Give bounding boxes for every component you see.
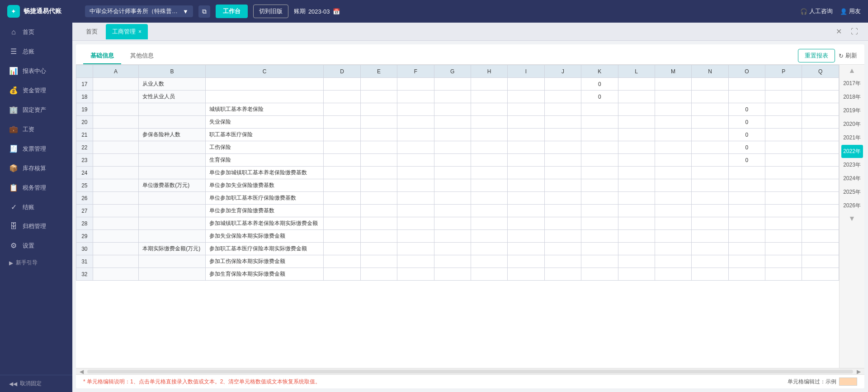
cell-d-31[interactable] (324, 255, 360, 268)
cell-f-28[interactable] (397, 217, 434, 230)
cell-d-20[interactable] (324, 116, 360, 129)
cell-a-32[interactable] (93, 268, 139, 281)
cell-p-23[interactable] (765, 154, 802, 167)
cell-q-29[interactable] (802, 230, 839, 243)
cell-l-26[interactable] (618, 192, 655, 205)
table-row[interactable]: 23生育保险0 (76, 154, 839, 167)
cell-e-18[interactable] (360, 91, 397, 103)
table-row[interactable]: 19城镇职工基本养老保险0 (76, 103, 839, 116)
cell-l-21[interactable] (618, 129, 655, 141)
cell-k-24[interactable] (581, 167, 618, 179)
cell-o-24[interactable] (728, 167, 765, 179)
cell-i-26[interactable] (508, 192, 544, 205)
cell-a-28[interactable] (93, 217, 139, 230)
cell-a-27[interactable] (93, 205, 139, 217)
cell-d-27[interactable] (324, 205, 360, 217)
cell-n-21[interactable] (692, 129, 728, 141)
year-scroll-down[interactable]: ▼ (840, 213, 864, 225)
scroll-left-arrow[interactable]: ◀ (78, 368, 85, 375)
cell-n-29[interactable] (692, 230, 728, 243)
cell-a-23[interactable] (93, 154, 139, 167)
cell-e-32[interactable] (360, 268, 397, 281)
cell-d-21[interactable] (324, 129, 360, 141)
cancel-pin-button[interactable]: ◀◀ 取消固定 (0, 375, 72, 392)
cell-d-29[interactable] (324, 230, 360, 243)
cell-e-30[interactable] (360, 243, 397, 255)
cell-p-21[interactable] (765, 129, 802, 141)
cell-q-25[interactable] (802, 179, 839, 192)
cell-l-30[interactable] (618, 243, 655, 255)
tab-business-management[interactable]: 工商管理 × (106, 24, 148, 39)
cell-p-31[interactable] (765, 255, 802, 268)
cell-c-24[interactable]: 单位参加城镇职工基本养老保险缴费基数 (205, 167, 323, 179)
cell-e-19[interactable] (360, 103, 397, 116)
cell-o-30[interactable] (728, 243, 765, 255)
cell-g-18[interactable] (434, 91, 471, 103)
cell-f-24[interactable] (397, 167, 434, 179)
cell-l-24[interactable] (618, 167, 655, 179)
cell-k-17[interactable]: 0 (581, 78, 618, 91)
cell-n-30[interactable] (692, 243, 728, 255)
cell-i-21[interactable] (508, 129, 544, 141)
cell-e-23[interactable] (360, 154, 397, 167)
cell-a-21[interactable] (93, 129, 139, 141)
scroll-right-arrow[interactable]: ▶ (855, 368, 863, 375)
cell-b-30[interactable]: 本期实际缴费金额(万元) (139, 243, 206, 255)
cell-i-31[interactable] (508, 255, 544, 268)
cell-e-27[interactable] (360, 205, 397, 217)
cell-n-26[interactable] (692, 192, 728, 205)
cell-b-17[interactable]: 从业人数 (139, 78, 206, 91)
cell-a-24[interactable] (93, 167, 139, 179)
cell-j-29[interactable] (544, 230, 581, 243)
cell-d-24[interactable] (324, 167, 360, 179)
cell-k-25[interactable] (581, 179, 618, 192)
cell-g-30[interactable] (434, 243, 471, 255)
table-row[interactable]: 20失业保险0 (76, 116, 839, 129)
cell-c-17[interactable] (205, 78, 323, 91)
cell-c-32[interactable]: 参加生育保险本期实际缴费金额 (205, 268, 323, 281)
cell-d-26[interactable] (324, 192, 360, 205)
cell-f-21[interactable] (397, 129, 434, 141)
cell-l-17[interactable] (618, 78, 655, 91)
cell-b-28[interactable] (139, 217, 206, 230)
calendar-icon[interactable]: 📅 (333, 8, 340, 15)
cell-k-18[interactable]: 0 (581, 91, 618, 103)
cell-q-23[interactable] (802, 154, 839, 167)
sidebar-item-finance[interactable]: 💰 资金管理 (0, 81, 72, 100)
cell-c-30[interactable]: 参加职工基本医疗保险本期实际缴费金额 (205, 243, 323, 255)
cell-p-17[interactable] (765, 78, 802, 91)
sidebar-item-tax[interactable]: 📋 税务管理 (0, 178, 72, 197)
year-scroll-up[interactable]: ▲ (840, 65, 864, 76)
cell-l-28[interactable] (618, 217, 655, 230)
cell-k-27[interactable] (581, 205, 618, 217)
cell-p-30[interactable] (765, 243, 802, 255)
cell-b-18[interactable]: 女性从业人员 (139, 91, 206, 103)
cell-i-24[interactable] (508, 167, 544, 179)
cell-f-19[interactable] (397, 103, 434, 116)
year-item-2024[interactable]: 2024年 (841, 172, 863, 185)
cell-f-30[interactable] (397, 243, 434, 255)
cell-f-31[interactable] (397, 255, 434, 268)
cell-p-22[interactable] (765, 141, 802, 154)
cell-p-18[interactable] (765, 91, 802, 103)
cell-o-17[interactable] (728, 78, 765, 91)
cell-i-22[interactable] (508, 141, 544, 154)
cell-e-26[interactable] (360, 192, 397, 205)
cell-a-31[interactable] (93, 255, 139, 268)
cell-m-25[interactable] (655, 179, 691, 192)
cell-e-28[interactable] (360, 217, 397, 230)
cell-q-28[interactable] (802, 217, 839, 230)
cell-o-28[interactable] (728, 217, 765, 230)
cell-j-20[interactable] (544, 116, 581, 129)
table-row[interactable]: 22工伤保险0 (76, 141, 839, 154)
cell-d-32[interactable] (324, 268, 360, 281)
cell-g-25[interactable] (434, 179, 471, 192)
cell-g-32[interactable] (434, 268, 471, 281)
table-row[interactable]: 18女性从业人员0 (76, 91, 839, 103)
cell-m-26[interactable] (655, 192, 691, 205)
cell-n-18[interactable] (692, 91, 728, 103)
cell-e-31[interactable] (360, 255, 397, 268)
cell-c-18[interactable] (205, 91, 323, 103)
cell-a-17[interactable] (93, 78, 139, 91)
cell-l-29[interactable] (618, 230, 655, 243)
